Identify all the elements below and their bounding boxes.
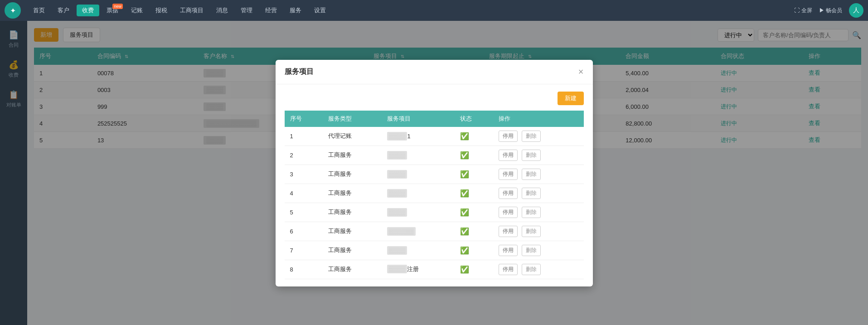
service-items-table: 序号 服务类型 服务项目 状态 操作 1 代理记账 ▒▒▒▒1 ✅ 停用 xyxy=(285,111,584,279)
modal-cell-seq: 4 xyxy=(285,184,323,203)
modal-cell-type: 代理记账 xyxy=(323,127,381,146)
nav-item-settings[interactable]: 设置 xyxy=(309,5,331,16)
modal-cell-seq: 7 xyxy=(285,241,323,260)
new-badge: new xyxy=(112,4,123,9)
modal-cell-item: ▒▒▒▒▒▒ xyxy=(382,222,455,241)
modal-cell-ops: 停用 删除 xyxy=(493,165,584,184)
stop-button[interactable]: 停用 xyxy=(499,150,518,161)
modal-scroll[interactable]: 序号 服务类型 服务项目 状态 操作 1 代理记账 ▒▒▒▒1 ✅ 停用 xyxy=(285,111,584,279)
content-area: 新增 服务项目 进行中 已完成 已终止 🔍 序号 合同编码 ⇅ 客户名称 ⇅ 服… xyxy=(27,21,868,325)
logo: ✦ xyxy=(5,2,21,19)
modal-cell-seq: 5 xyxy=(285,203,323,222)
modal-cell-item: ▒▒▒▒ xyxy=(382,241,455,260)
stop-button[interactable]: 停用 xyxy=(499,226,518,237)
modal-table-row: 6 工商服务 ▒▒▒▒▒▒ ✅ 停用 删除 xyxy=(285,222,584,241)
nav-item-message[interactable]: 消息 xyxy=(211,5,233,16)
nav-item-manage[interactable]: 管理 xyxy=(235,5,258,16)
status-check-icon: ✅ xyxy=(460,151,469,159)
modal-title: 服务项目 xyxy=(285,67,314,77)
modal-cell-status: ✅ xyxy=(455,146,493,165)
avatar[interactable]: 人 xyxy=(849,3,863,18)
modal-cell-seq: 2 xyxy=(285,146,323,165)
modal-cell-status: ✅ xyxy=(455,165,493,184)
nav-item-tax[interactable]: 报税 xyxy=(150,5,173,16)
stop-button[interactable]: 停用 xyxy=(499,207,518,218)
modal-cell-item: ▒▒▒▒ xyxy=(382,203,455,222)
modal-table-row: 7 工商服务 ▒▒▒▒ ✅ 停用 删除 xyxy=(285,241,584,260)
modal-cell-status: ✅ xyxy=(455,203,493,222)
delete-button[interactable]: 删除 xyxy=(522,169,541,180)
stop-button[interactable]: 停用 xyxy=(499,169,518,180)
modal-col-type: 服务类型 xyxy=(323,111,381,127)
member-btn[interactable]: ▶ 畅会员 xyxy=(819,7,842,15)
main-layout: 📄 合同 💰 收费 📋 对账单 新增 服务项目 进行中 已完成 已终止 � xyxy=(0,21,868,325)
modal-col-seq: 序号 xyxy=(285,111,323,127)
modal-cell-status: ✅ xyxy=(455,222,493,241)
modal-col-ops: 操作 xyxy=(493,111,584,127)
modal-cell-type: 工商服务 xyxy=(323,203,381,222)
nav-items: 首页 客户 收费 票据 new 记账 报税 工商项目 消息 管理 经营 服务 设… xyxy=(28,5,794,16)
modal-new-button[interactable]: 新建 xyxy=(558,92,584,105)
status-check-icon: ✅ xyxy=(460,209,469,216)
modal-cell-ops: 停用 删除 xyxy=(493,127,584,146)
modal-table-row: 2 工商服务 ▒▒▒▒ ✅ 停用 删除 xyxy=(285,146,584,165)
service-items-modal: 服务项目 × 新建 序号 服务类型 服务项目 xyxy=(276,60,593,286)
modal-cell-item: ▒▒▒▒ xyxy=(382,165,455,184)
modal-table-row: 8 工商服务 ▒▒▒▒注册 ✅ 停用 删除 xyxy=(285,260,584,279)
modal-cell-seq: 8 xyxy=(285,260,323,279)
status-check-icon: ✅ xyxy=(460,132,469,140)
status-check-icon: ✅ xyxy=(460,189,469,197)
modal-cell-type: 工商服务 xyxy=(323,222,381,241)
modal-table-row: 4 工商服务 ▒▒▒▒ ✅ 停用 删除 xyxy=(285,184,584,203)
modal-cell-status: ✅ xyxy=(455,241,493,260)
status-check-icon: ✅ xyxy=(460,228,469,235)
delete-button[interactable]: 删除 xyxy=(522,188,541,199)
modal-cell-ops: 停用 删除 xyxy=(493,222,584,241)
top-nav: ✦ 首页 客户 收费 票据 new 记账 报税 工商项目 消息 管理 经营 服务… xyxy=(0,0,868,21)
nav-item-commerce[interactable]: 工商项目 xyxy=(175,5,209,16)
modal-cell-item: ▒▒▒▒ xyxy=(382,146,455,165)
fullscreen-btn[interactable]: ⛶ 全屏 xyxy=(794,7,812,15)
modal-cell-type: 工商服务 xyxy=(323,260,381,279)
nav-item-accounting[interactable]: 记账 xyxy=(126,5,148,16)
modal-close-button[interactable]: × xyxy=(578,67,584,76)
modal-cell-status: ✅ xyxy=(455,260,493,279)
nav-item-home[interactable]: 首页 xyxy=(28,5,50,16)
modal-cell-ops: 停用 删除 xyxy=(493,203,584,222)
delete-button[interactable]: 删除 xyxy=(522,150,541,161)
delete-button[interactable]: 删除 xyxy=(522,245,541,256)
modal-body: 新建 序号 服务类型 服务项目 状态 操作 xyxy=(276,84,593,286)
modal-cell-type: 工商服务 xyxy=(323,241,381,260)
stop-button[interactable]: 停用 xyxy=(499,245,518,256)
modal-table-row: 1 代理记账 ▒▒▒▒1 ✅ 停用 删除 xyxy=(285,127,584,146)
modal-cell-status: ✅ xyxy=(455,127,493,146)
delete-button[interactable]: 删除 xyxy=(522,226,541,237)
modal-cell-item: ▒▒▒▒注册 xyxy=(382,260,455,279)
modal-cell-type: 工商服务 xyxy=(323,146,381,165)
nav-item-operation[interactable]: 经营 xyxy=(260,5,282,16)
modal-table-row: 5 工商服务 ▒▒▒▒ ✅ 停用 删除 xyxy=(285,203,584,222)
nav-item-service[interactable]: 服务 xyxy=(284,5,307,16)
modal-cell-seq: 1 xyxy=(285,127,323,146)
modal-cell-ops: 停用 删除 xyxy=(493,260,584,279)
modal-overlay[interactable]: 服务项目 × 新建 序号 服务类型 服务项目 xyxy=(27,21,868,325)
nav-item-invoice[interactable]: 票据 new xyxy=(101,5,124,16)
modal-cell-seq: 3 xyxy=(285,165,323,184)
modal-cell-ops: 停用 删除 xyxy=(493,146,584,165)
modal-col-status: 状态 xyxy=(455,111,493,127)
nav-item-customer[interactable]: 客户 xyxy=(52,5,75,16)
stop-button[interactable]: 停用 xyxy=(499,131,518,142)
modal-table-row: 3 工商服务 ▒▒▒▒ ✅ 停用 删除 xyxy=(285,165,584,184)
stop-button[interactable]: 停用 xyxy=(499,264,518,275)
nav-item-fees[interactable]: 收费 xyxy=(77,5,99,16)
modal-col-item: 服务项目 xyxy=(382,111,455,127)
status-check-icon: ✅ xyxy=(460,170,469,178)
delete-button[interactable]: 删除 xyxy=(522,131,541,142)
modal-cell-type: 工商服务 xyxy=(323,165,381,184)
modal-cell-ops: 停用 删除 xyxy=(493,241,584,260)
stop-button[interactable]: 停用 xyxy=(499,188,518,199)
modal-cell-seq: 6 xyxy=(285,222,323,241)
modal-cell-type: 工商服务 xyxy=(323,184,381,203)
delete-button[interactable]: 删除 xyxy=(522,264,541,275)
delete-button[interactable]: 删除 xyxy=(522,207,541,218)
